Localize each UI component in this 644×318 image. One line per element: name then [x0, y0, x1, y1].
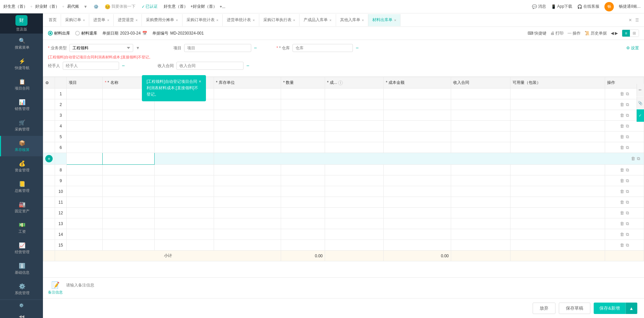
business-type-input[interactable]	[69, 44, 133, 52]
row-spec[interactable]	[154, 229, 214, 240]
row-unit[interactable]	[214, 175, 281, 186]
app-download-btn[interactable]: 📱 App下载	[551, 4, 572, 9]
tab-home[interactable]: 首页	[45, 14, 61, 26]
tab-close-icon[interactable]: ×	[293, 18, 295, 22]
tab-material-issue[interactable]: 材料出库单 ×	[368, 14, 400, 26]
row-available-qty[interactable]	[510, 229, 605, 240]
project-input[interactable]	[184, 44, 251, 52]
sidebar-item-ledger[interactable]: 📒 总账管理	[0, 177, 43, 197]
row-income-contract[interactable]	[451, 175, 510, 186]
copy-row-btn[interactable]: ⧉	[626, 200, 629, 205]
history-btn[interactable]: 📜 历史单据	[585, 31, 607, 36]
row-cost[interactable]	[325, 142, 383, 153]
tab-close-icon[interactable]: ×	[329, 18, 331, 22]
row-qty[interactable]	[281, 165, 325, 175]
row-income-contract[interactable]	[451, 197, 510, 208]
warehouse-dots-btn[interactable]: ···	[356, 45, 358, 51]
tab-close-icon[interactable]: ×	[176, 18, 178, 22]
save-new-main-btn[interactable]: 保存&新增	[594, 303, 626, 314]
row-qty[interactable]	[281, 175, 325, 186]
row-unit[interactable]	[214, 197, 281, 208]
copy-row-btn[interactable]: ⧉	[626, 232, 629, 237]
row-spec[interactable]	[154, 175, 214, 186]
delete-row-btn[interactable]: 🗑	[620, 102, 624, 107]
row-spec[interactable]	[154, 165, 214, 175]
radio-material-return[interactable]: 材料退库	[75, 31, 97, 36]
row-cost-amount[interactable]	[384, 121, 451, 131]
row-cost[interactable]	[325, 218, 383, 229]
memo-input[interactable]	[66, 281, 639, 289]
row-qty[interactable]	[281, 208, 325, 218]
row-unit[interactable]	[214, 99, 281, 110]
row-name[interactable]	[103, 218, 154, 229]
row-qty[interactable]	[281, 218, 325, 229]
copy-row-btn[interactable]: ⧉	[626, 123, 629, 129]
row-cost[interactable]	[325, 175, 383, 186]
copy-row-btn[interactable]: ⧉	[626, 134, 629, 140]
row-cost-amount[interactable]	[384, 240, 451, 251]
row-available-qty[interactable]	[510, 142, 605, 153]
message-btn[interactable]: 💬 消息	[532, 4, 546, 9]
row-qty[interactable]	[281, 121, 325, 131]
view-list-btn[interactable]: ≡	[622, 30, 630, 37]
delete-row-btn[interactable]: 🗑	[620, 145, 624, 150]
row-cost[interactable]	[325, 208, 383, 218]
row-spec[interactable]	[154, 142, 214, 153]
row-name[interactable]	[103, 121, 154, 131]
row-project[interactable]	[67, 131, 103, 142]
tab-goods-receipt[interactable]: 进货单 ×	[89, 14, 113, 26]
delete-row-btn[interactable]: 🗑	[620, 167, 624, 173]
add-row-btn[interactable]: +	[45, 155, 53, 162]
right-tool-attach[interactable]: 📎	[637, 97, 644, 109]
row-name[interactable]	[103, 208, 154, 218]
tab-close-icon[interactable]: ×	[83, 18, 85, 22]
settings-icon[interactable]: ⚙️	[94, 4, 99, 9]
delete-row-btn[interactable]: 🗑	[620, 189, 624, 194]
sidebar-item-sales[interactable]: 📊 销售管理	[0, 95, 43, 115]
row-project[interactable]	[67, 165, 103, 175]
delete-row-btn[interactable]: 🗑	[620, 200, 624, 205]
row-cost[interactable]	[325, 131, 383, 142]
row-name[interactable]	[103, 175, 154, 186]
tab-close-icon[interactable]: ×	[253, 18, 255, 22]
quick-key-btn[interactable]: ⌨ 快捷键	[528, 31, 546, 36]
row-income-contract[interactable]	[451, 121, 510, 131]
row-cost-amount[interactable]	[384, 208, 451, 218]
copy-row-btn[interactable]: ⧉	[637, 156, 640, 161]
row-qty[interactable]	[281, 229, 325, 240]
row-income-contract[interactable]	[451, 208, 510, 218]
row-project[interactable]	[67, 89, 103, 99]
row-available-qty[interactable]	[510, 110, 605, 121]
calendar-icon[interactable]: 📅	[142, 31, 147, 36]
radio-material-out[interactable]: 材料出库	[48, 31, 70, 36]
row-qty[interactable]	[281, 197, 325, 208]
row-cost-amount[interactable]	[384, 175, 451, 186]
row-cost-amount[interactable]	[384, 218, 451, 229]
row-unit[interactable]	[214, 240, 281, 251]
row-cost-amount[interactable]	[384, 229, 451, 240]
print-btn[interactable]: 🖨 打印	[550, 31, 564, 36]
row-qty[interactable]	[281, 131, 325, 142]
sidebar-item-system[interactable]: ⚙️ 系统管理	[0, 279, 43, 300]
delete-row-btn[interactable]: 🗑	[620, 210, 624, 216]
tab-close-icon[interactable]: ×	[107, 18, 109, 22]
row-cost[interactable]	[325, 99, 383, 110]
sidebar-collapse-btn[interactable]: ◀◀	[0, 311, 43, 318]
tab-close-icon[interactable]: ×	[136, 18, 138, 22]
tab-close-icon[interactable]: ×	[394, 18, 396, 22]
row-income-contract[interactable]	[451, 165, 510, 175]
dropdown-icon[interactable]: ▼	[136, 46, 140, 50]
row-name[interactable]	[103, 197, 154, 208]
tab-other-receipt[interactable]: 其他入库单 ×	[336, 14, 368, 26]
row-income-contract[interactable]	[451, 99, 510, 110]
prev-btn[interactable]: ◀	[611, 31, 614, 36]
row-name[interactable]	[103, 131, 154, 142]
row-spec[interactable]	[154, 197, 214, 208]
row-income-contract[interactable]	[451, 218, 510, 229]
row-income-contract[interactable]	[451, 240, 510, 251]
row-project[interactable]	[67, 218, 103, 229]
delete-row-btn[interactable]: 🗑	[620, 134, 624, 140]
row-add-col3[interactable]	[154, 153, 214, 165]
delete-row-btn[interactable]: 🗑	[620, 221, 624, 226]
row-name[interactable]	[103, 142, 154, 153]
